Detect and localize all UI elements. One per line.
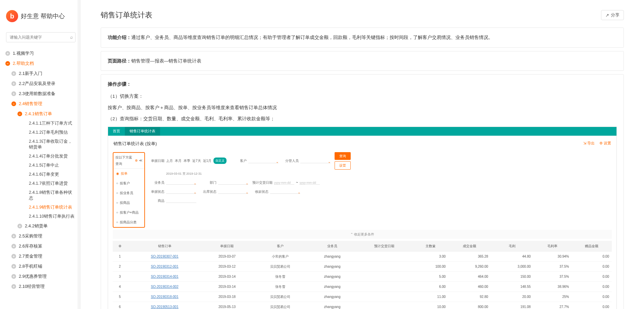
assigned-select[interactable]: [300, 159, 331, 163]
intro-card: 功能介绍：通过客户、业务员、商品等维度查询销售订单的明细汇总情况；有助于管理者了…: [101, 28, 624, 48]
col-header: 业务员: [308, 241, 356, 252]
nav-item[interactable]: +2.1新手入门: [10, 69, 78, 79]
scheme-head: 按以下方案查询⊕≪: [113, 153, 144, 169]
minus-icon: −: [17, 112, 22, 116]
plus-icon: +: [11, 244, 16, 249]
sales-select[interactable]: [166, 180, 196, 185]
nav-item[interactable]: −2.4销售管理: [10, 99, 78, 109]
steps-label: 操作步骤：: [108, 80, 617, 89]
scheme-item[interactable]: ◉按单: [113, 169, 144, 178]
plus-icon: +: [5, 51, 10, 56]
nav-item[interactable]: +2.6库存核算: [10, 241, 78, 251]
scheme-item[interactable]: ○按商品分类: [113, 217, 144, 227]
sc1-tab-home[interactable]: 首页: [108, 127, 125, 136]
date-to[interactable]: yyyy-mm-dd: [300, 180, 320, 185]
sc1-tab-active[interactable]: 销售订单统计表: [125, 127, 160, 136]
plus-icon: +: [11, 274, 16, 279]
table-row[interactable]: 3SO-20190314-0012019-03-14张冬雪zhangyang5.…: [113, 271, 612, 281]
path-card: 页面路径：销售管理—报表—销售订单统计表: [101, 51, 624, 71]
nav-item[interactable]: +2.4.2销货单: [16, 221, 78, 231]
date-options[interactable]: 上月本月本季近7天近1月自定义: [166, 158, 227, 164]
path-label: 页面路径：: [108, 58, 131, 63]
scheme-item[interactable]: ○按商品: [113, 198, 144, 208]
minus-icon: −: [5, 61, 10, 66]
table-row[interactable]: 5SO-20190318-0012019-03-18贝贝贸易公司zhangyan…: [113, 292, 612, 302]
scheme-item[interactable]: ○按业务员: [113, 188, 144, 198]
pay-select[interactable]: [270, 189, 300, 194]
nav-leaf[interactable]: 2.4.1.1三种下订单方式: [28, 119, 78, 128]
out-select[interactable]: [218, 189, 248, 194]
logo-text: 好生意 帮助中心: [21, 12, 65, 20]
status-select[interactable]: [166, 189, 196, 194]
plus-icon: +: [11, 91, 16, 96]
table-row[interactable]: 2SO-20190312-0012019-03-12贝贝贸易公司zhangyan…: [113, 261, 612, 271]
nav-tree: +1.视频学习−2.帮助文档+2.1新手入门+2.2产品安装及登录+2.3使用前…: [4, 48, 78, 292]
sc1-setting[interactable]: ⚙ 设置: [599, 140, 611, 148]
plus-icon: +: [11, 284, 16, 289]
nav-leaf[interactable]: 2.4.1.8销售订单各种状态: [28, 188, 78, 203]
search-icon[interactable]: ⌕: [70, 34, 73, 40]
nav-item[interactable]: +2.10经营管理: [10, 281, 78, 292]
nav-item[interactable]: +2.7资金管理: [10, 251, 78, 261]
logo[interactable]: b 好生意 帮助中心: [4, 3, 78, 32]
nav-leaf[interactable]: 2.4.1.5订单中止: [28, 161, 78, 170]
goods-input[interactable]: [166, 198, 196, 203]
col-header: ⚙: [113, 241, 127, 252]
dept-select[interactable]: [218, 180, 248, 185]
customer-select[interactable]: [248, 159, 279, 163]
plus-icon: +: [17, 224, 22, 228]
nav-leaf[interactable]: 2.4.1.3订单收取订金，销货单: [28, 137, 78, 152]
share-icon: ↗: [605, 13, 609, 18]
step-2: （2）查询指标：交货日期、数量、成交金额、毛利、毛利率、累计收款金额等；: [108, 115, 617, 123]
nav-item[interactable]: +2.3使用前数据准备: [10, 89, 78, 99]
nav-leaf[interactable]: 2.4.1.10销售订单执行表: [28, 212, 78, 221]
query-button[interactable]: 查询: [335, 152, 351, 160]
col-header: 单据日期: [202, 241, 252, 252]
nav-item[interactable]: +2.9优惠券管理: [10, 271, 78, 281]
nav-item[interactable]: +2.5采购管理: [10, 231, 78, 241]
intro-label: 功能介绍：: [108, 35, 131, 40]
table-row[interactable]: 6SO-20190513-0012019-05-13贝贝贸易公司zhangyan…: [113, 302, 612, 309]
nav-leaf[interactable]: 2.4.1.6订单变更: [28, 170, 78, 179]
collapse-bar[interactable]: ⌃ 收起更多条件: [113, 230, 612, 239]
scheme-item[interactable]: ○按客户+商品: [113, 208, 144, 217]
plus-icon: +: [11, 234, 16, 238]
sc1-title: 销售订单统计表 (按单): [113, 140, 157, 148]
nav-leaf[interactable]: 2.4.1.4订单分批发货: [28, 152, 78, 161]
table-row[interactable]: 1SO-20190307-0012019-03-07小常的客户zhangyang…: [113, 251, 612, 261]
radio-icon: ○: [116, 219, 118, 225]
nav-item[interactable]: −2.4.1销售订单: [16, 109, 78, 119]
minus-icon: −: [11, 101, 16, 106]
step-1-text: 按客户、按商品、按客户＋商品、按单、按业务员等维度来查看销售订单总体情况: [108, 103, 617, 112]
col-header: 销售订单: [127, 241, 202, 252]
plus-icon: +: [11, 81, 16, 86]
scrollbar[interactable]: [78, 3, 80, 30]
col-header: 客户: [252, 241, 308, 252]
nav-item[interactable]: +1.视频学习: [4, 48, 78, 58]
nav-item[interactable]: +2.8手机旺铺: [10, 261, 78, 271]
search-input[interactable]: [6, 32, 76, 42]
plus-icon: +: [11, 264, 16, 269]
share-button[interactable]: ↗ 分享: [601, 10, 624, 20]
date-from[interactable]: yyyy-mm-dd: [274, 180, 294, 185]
scheme-item[interactable]: ○按客户: [113, 178, 144, 188]
steps-card: 操作步骤： （1）切换方案： 按客户、按商品、按客户＋商品、按单、按业务员等维度…: [101, 74, 624, 309]
nav-item[interactable]: −2.帮助文档: [4, 58, 78, 69]
col-header: 毛利率: [533, 241, 572, 252]
table-row[interactable]: 4SO-20190314-0022019-03-14张冬雪zhangyang6.…: [113, 281, 612, 292]
step-1: （1）切换方案：: [108, 92, 617, 101]
nav-item[interactable]: +2.2产品安装及登录: [10, 79, 78, 89]
nav-leaf[interactable]: 2.4.1.7依照订单进货: [28, 179, 78, 188]
nav-leaf[interactable]: 2.4.1.2订单毛利预估: [28, 128, 78, 137]
nav-leaf[interactable]: 2.4.1.9销售订单统计表: [28, 203, 78, 212]
sc1-export[interactable]: ⇲ 导出: [583, 140, 595, 148]
plus-icon: +: [11, 71, 16, 76]
col-header: 成交金额: [448, 241, 491, 252]
plus-icon: +: [11, 254, 16, 259]
col-header: 主数量: [413, 241, 448, 252]
radio-icon: ○: [116, 190, 118, 196]
screenshot-1: 首页 销售订单统计表 销售订单统计表 (按单) ⇲ 导出 ⚙ 设置 按以下方案查…: [108, 127, 617, 309]
radio-icon: ◉: [116, 170, 119, 177]
settings-button[interactable]: 设置: [335, 161, 351, 170]
scheme-box: 按以下方案查询⊕≪ ◉按单○按客户○按业务员○按商品○按客户+商品○按商品分类: [113, 152, 145, 228]
